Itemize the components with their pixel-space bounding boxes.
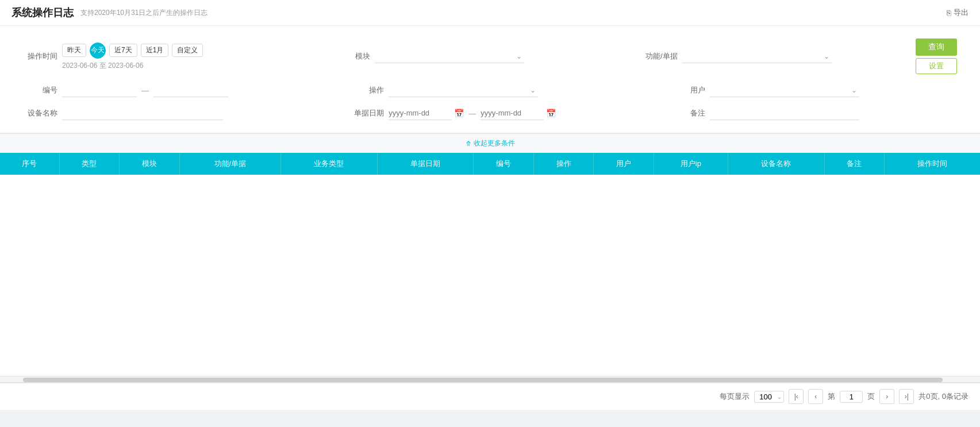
function-section: 功能/单据 ⌄ <box>637 49 916 63</box>
module-label: 模块 <box>336 51 370 61</box>
remark-label: 备注 <box>665 108 705 118</box>
user-select[interactable] <box>710 83 859 97</box>
col-user-ip: 用户ip <box>654 153 728 175</box>
export-icon: ⎘ <box>947 9 951 17</box>
pagination-section: 每页显示 100 50 200 ⌄ |‹ ‹ 第 页 › ›| 共0页, 0条记… <box>0 383 980 410</box>
custom-btn[interactable]: 自定义 <box>172 44 203 57</box>
col-number: 编号 <box>474 153 533 175</box>
col-operation: 操作 <box>533 153 593 175</box>
page-pre-label: 第 <box>828 391 835 402</box>
col-user: 用户 <box>594 153 654 175</box>
filter-row-1: 操作时间 昨天 今天 近7天 近1月 自定义 2023-06-06 至 2023… <box>11 35 969 78</box>
yesterday-btn[interactable]: 昨天 <box>62 44 86 57</box>
function-label: 功能/单据 <box>637 51 678 61</box>
device-input[interactable] <box>62 106 223 120</box>
table-header-row: 序号 类型 模块 功能/单据 业务类型 单据日期 编号 操作 用户 用户ip 设… <box>0 153 980 175</box>
per-page-label: 每页显示 <box>720 391 750 402</box>
filter-row-2: 编号 — 操作 ⌄ 用户 <box>11 80 969 101</box>
page-number-input[interactable] <box>840 391 863 403</box>
function-select[interactable] <box>682 49 832 63</box>
page-subtitle: 支持2020年10月31日之后产生的操作日志 <box>80 8 207 18</box>
operation-time-section: 操作时间 昨天 今天 近7天 近1月 自定义 2023-06-06 至 2023… <box>23 43 301 71</box>
col-module: 模块 <box>120 153 179 175</box>
action-buttons: 查询 设置 <box>916 39 957 74</box>
prev-page-button[interactable]: ‹ <box>808 389 823 404</box>
col-voucher-date: 单据日期 <box>377 153 474 175</box>
date-to-input[interactable] <box>481 106 544 120</box>
operation-time-label: 操作时间 <box>23 51 57 61</box>
voucher-date-label: 单据日期 <box>349 108 384 118</box>
date-from-input[interactable] <box>389 106 452 120</box>
number-dash: — <box>141 86 149 95</box>
query-button[interactable]: 查询 <box>916 39 957 56</box>
last7days-btn[interactable]: 近7天 <box>109 44 137 57</box>
filter-row-3: 设备名称 单据日期 📅 — 📅 备注 <box>11 103 969 124</box>
col-operation-time: 操作时间 <box>884 153 980 175</box>
operation-section: 操作 ⌄ <box>349 83 641 97</box>
filter-section: 操作时间 昨天 今天 近7天 近1月 自定义 2023-06-06 至 2023… <box>0 26 980 133</box>
number-label: 编号 <box>23 85 57 95</box>
settings-button[interactable]: 设置 <box>916 58 957 74</box>
operation-select[interactable] <box>389 83 538 97</box>
col-type: 类型 <box>59 153 119 175</box>
user-label: 用户 <box>665 85 705 95</box>
voucher-date-section: 单据日期 📅 — 📅 <box>349 106 641 120</box>
number-to-input[interactable] <box>153 83 228 97</box>
collapse-up-icon: ⤊ <box>466 140 471 148</box>
next-page-button[interactable]: › <box>879 389 894 404</box>
empty-area <box>0 175 980 376</box>
module-select-wrapper: ⌄ <box>375 49 524 63</box>
user-select-wrapper: ⌄ <box>710 83 859 97</box>
calendar-to-icon[interactable]: 📅 <box>546 109 556 118</box>
col-function: 功能/单据 <box>179 153 280 175</box>
time-filter-area: 昨天 今天 近7天 近1月 自定义 2023-06-06 至 2023-06-0… <box>62 43 203 71</box>
module-section: 模块 ⌄ <box>336 49 614 63</box>
function-select-wrapper: ⌄ <box>682 49 832 63</box>
calendar-from-icon[interactable]: 📅 <box>454 109 464 118</box>
module-select[interactable] <box>375 49 524 63</box>
collapse-label: 收起更多条件 <box>474 139 515 148</box>
page-post-label: 页 <box>867 391 875 402</box>
export-button[interactable]: ⎘ 导出 <box>947 7 969 18</box>
time-range-text: 2023-06-06 至 2023-06-06 <box>62 61 203 71</box>
number-from-input[interactable] <box>62 83 137 97</box>
last-page-button[interactable]: ›| <box>899 389 914 404</box>
total-label: 共0页, 0条记录 <box>918 391 969 402</box>
horizontal-scrollbar[interactable] <box>0 376 980 383</box>
export-label: 导出 <box>954 7 969 18</box>
collapse-bar[interactable]: ⤊ 收起更多条件 <box>0 133 980 153</box>
table-section: 序号 类型 模块 功能/单据 业务类型 单据日期 编号 操作 用户 用户ip 设… <box>0 153 980 376</box>
page-title: 系统操作日志 <box>11 6 74 20</box>
operation-label: 操作 <box>349 85 384 95</box>
number-section: 编号 — <box>23 83 315 97</box>
device-section: 设备名称 <box>23 106 315 120</box>
last1month-btn[interactable]: 近1月 <box>141 44 169 57</box>
col-device: 设备名称 <box>728 153 824 175</box>
col-remark: 备注 <box>824 153 884 175</box>
remark-section: 备注 <box>665 106 957 120</box>
operation-select-wrapper: ⌄ <box>389 83 538 97</box>
today-btn[interactable]: 今天 <box>90 43 106 59</box>
first-page-button[interactable]: |‹ <box>789 389 804 404</box>
per-page-select[interactable]: 100 50 200 <box>754 391 784 403</box>
scrollbar-thumb[interactable] <box>23 378 943 382</box>
col-biz-type: 业务类型 <box>281 153 378 175</box>
remark-input[interactable] <box>710 106 859 120</box>
user-section: 用户 ⌄ <box>665 83 957 97</box>
table-header: 序号 类型 模块 功能/单据 业务类型 单据日期 编号 操作 用户 用户ip 设… <box>0 153 980 175</box>
data-table: 序号 类型 模块 功能/单据 业务类型 单据日期 编号 操作 用户 用户ip 设… <box>0 153 980 175</box>
col-index: 序号 <box>0 153 59 175</box>
page-header: 系统操作日志 支持2020年10月31日之后产生的操作日志 ⎘ 导出 <box>0 0 980 26</box>
time-buttons: 昨天 今天 近7天 近1月 自定义 <box>62 43 203 59</box>
device-label: 设备名称 <box>23 108 57 118</box>
date-dash: — <box>468 109 476 118</box>
title-area: 系统操作日志 支持2020年10月31日之后产生的操作日志 <box>11 6 207 20</box>
per-page-wrapper: 100 50 200 ⌄ <box>754 391 784 403</box>
